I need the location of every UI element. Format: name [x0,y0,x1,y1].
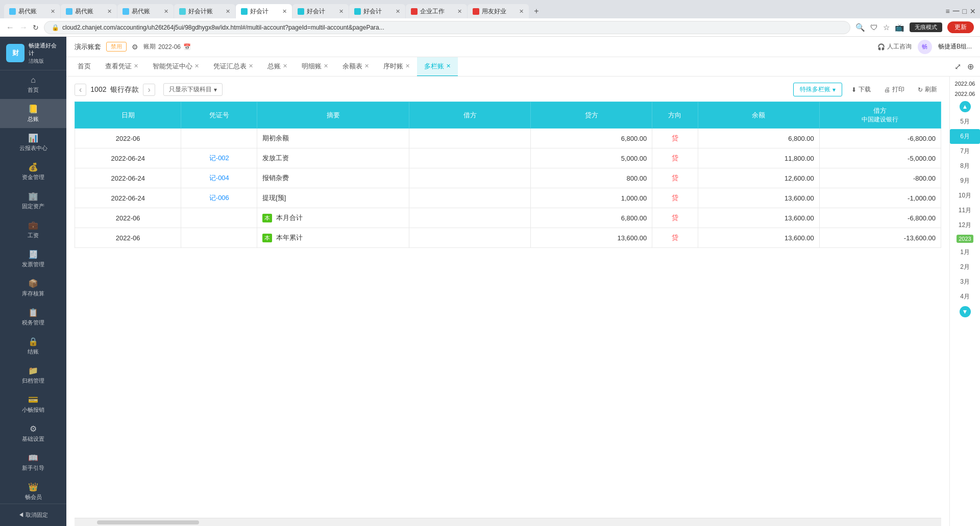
cal-month-10[interactable]: 10月 [950,188,980,203]
cal-month-7[interactable]: 7月 [950,144,980,159]
search-icon[interactable]: 🔍 [855,23,865,32]
tab7-close[interactable]: ✕ [396,8,400,15]
tab-balance[interactable]: 余额表 ✕ [335,57,376,77]
cal-up-btn[interactable]: ▲ [960,101,971,112]
browser-tab-6[interactable]: 好会计 ✕ [292,4,349,18]
cal-month-2023-3[interactable]: 3月 [950,274,980,289]
sidebar-item-salary[interactable]: 💼 工资 [0,215,66,244]
browser-tab-1[interactable]: 易代账 ✕ [4,4,60,18]
tab2-close[interactable]: ✕ [107,8,112,15]
horizontal-scrollbar[interactable] [75,518,941,526]
shield-icon[interactable]: 🛡 [870,23,878,32]
expand-icon[interactable]: ⊕ [965,60,976,73]
sidebar-item-invoice[interactable]: 🧾 发票管理 [0,244,66,273]
cal-month-2023-4[interactable]: 4月 [950,289,980,304]
tab-voucher[interactable]: 查看凭证 ✕ [98,57,145,77]
sidebar-item-inventory[interactable]: 📦 库存核算 [0,273,66,303]
calendar-icon[interactable]: 📅 [183,43,191,51]
browser-tab-5[interactable]: 好会计 ✕ [236,4,292,18]
new-tab-button[interactable]: + [529,4,544,18]
cell-voucher-1[interactable]: 记-002 [181,148,257,168]
url-bar[interactable]: 🔒 cloud2.chanjet.com/accounting/uh26t264… [44,21,850,34]
tab-sequence[interactable]: 序时账 ✕ [376,57,417,77]
download-btn[interactable]: ⬇ 下载 [847,83,875,96]
maximize-btn[interactable]: □ [963,7,967,15]
sidebar-item-assets[interactable]: 🏢 固定资产 [0,186,66,215]
cal-month-9[interactable]: 9月 [950,173,980,188]
back-btn[interactable]: ← [6,23,14,32]
forward-btn[interactable]: → [19,23,28,32]
smart-voucher-close[interactable]: ✕ [194,63,199,69]
close-window-btn[interactable]: ✕ [970,7,976,15]
sidebar-item-home[interactable]: ⌂ 首页 [0,70,66,99]
sidebar-item-guide[interactable]: 📖 新手引导 [0,448,66,477]
sidebar-item-settings[interactable]: ⚙ 基础设置 [0,419,66,448]
cast-icon[interactable]: 📺 [895,23,904,32]
multi-col-close[interactable]: ✕ [446,63,451,69]
cal-month-5[interactable]: 5月 [950,114,980,129]
sidebar-item-expense[interactable]: 💳 小畅报销 [0,390,66,419]
sidebar-item-closing[interactable]: 🔒 结账 [0,332,66,361]
general-ledger-close[interactable]: ✕ [283,63,287,69]
tab-multi-col[interactable]: 多栏账 ✕ [417,57,458,77]
tab-detail-ledger[interactable]: 明细账 ✕ [295,57,335,77]
cal-down-btn[interactable]: ▼ [960,306,971,317]
refresh-btn[interactable]: ↻ 刷新 [914,83,941,96]
detail-ledger-close[interactable]: ✕ [324,63,328,69]
tab3-close[interactable]: ✕ [164,8,168,15]
cal-month-2023-1[interactable]: 1月 [950,245,980,260]
sidebar-item-funds[interactable]: 💰 资金管理 [0,157,66,186]
next-arrow[interactable]: › [143,84,155,96]
cell-voucher-3[interactable]: 记-006 [181,188,257,208]
expand-btn[interactable]: ⤢ ⊕ [952,60,976,73]
cal-month-11[interactable]: 11月 [950,203,980,218]
tab4-close[interactable]: ✕ [226,8,230,15]
sidebar-item-reports[interactable]: 📊 云报表中心 [0,128,66,157]
sidebar-item-vip[interactable]: 👑 畅会员 [0,477,66,504]
sidebar-item-archive[interactable]: 📁 归档管理 [0,361,66,390]
sidebar-item-tax[interactable]: 📋 税务管理 [0,303,66,332]
print-btn[interactable]: 🖨 打印 [880,83,909,96]
tab-home[interactable]: 首页 [70,57,98,77]
gear-icon[interactable]: ⚙ [132,43,138,51]
browser-tab-9[interactable]: 用友好业 ✕ [468,4,529,18]
reload-btn[interactable]: ↻ [33,23,39,32]
browser-tab-8[interactable]: 企业工作 ✕ [406,4,467,18]
star-icon[interactable]: ☆ [883,23,890,32]
tab8-close[interactable]: ✕ [457,8,462,15]
unpin-btn[interactable]: ◀ 取消固定 [0,508,66,522]
browser-tab-4[interactable]: 好会计账 ✕ [174,4,235,18]
app: 财 畅捷通好会计 洁魄版 ⌂ 首页 📒 总账 📊 云报表中心 💰 资金管理 [0,37,980,526]
tab6-close[interactable]: ✕ [339,8,344,15]
consult-btn[interactable]: 🎧 人工咨询 [877,42,912,51]
voucher-tab-close[interactable]: ✕ [134,63,138,69]
sidebar-item-ledger[interactable]: 📒 总账 [0,99,66,128]
cal-month-8[interactable]: 8月 [950,159,980,173]
incognito-btn[interactable]: 无痕模式 [910,22,942,32]
cal-month-6[interactable]: 6月 [950,129,980,144]
browser-tab-7[interactable]: 好会计 ✕ [349,4,405,18]
cell-voucher-2[interactable]: 记-004 [181,168,257,188]
tab-general-ledger[interactable]: 总账 ✕ [260,57,295,77]
tab1-close[interactable]: ✕ [51,8,55,15]
tab-list-btn[interactable]: ≡ [946,7,950,15]
sequence-close[interactable]: ✕ [405,63,410,69]
update-btn[interactable]: 更新 [947,21,974,33]
tab-voucher-summary[interactable]: 凭证汇总表 ✕ [206,57,260,77]
multi-col-btn[interactable]: 特殊多栏账 ▾ [793,83,842,96]
cal-month-2023-2[interactable]: 2月 [950,260,980,274]
cal-month-12[interactable]: 12月 [950,218,980,233]
voucher-summary-close[interactable]: ✕ [249,63,253,69]
tab5-close[interactable]: ✕ [282,8,287,15]
balance-close[interactable]: ✕ [364,63,369,69]
browser-tab-2[interactable]: 易代账 ✕ [61,4,117,18]
collapse-icon[interactable]: ⤢ [952,60,963,73]
tab-smart-voucher[interactable]: 智能凭证中心 ✕ [145,57,206,77]
scroll-thumb[interactable] [97,520,199,524]
tab9-close[interactable]: ✕ [519,8,524,15]
demo-badge[interactable]: 禁用 [106,42,127,52]
prev-arrow[interactable]: ‹ [75,84,86,96]
minimize-btn[interactable]: ─ [953,6,960,16]
filter-btn[interactable]: 只显示下级科目 ▾ [163,83,223,96]
browser-tab-3[interactable]: 易代账 ✕ [117,4,174,18]
